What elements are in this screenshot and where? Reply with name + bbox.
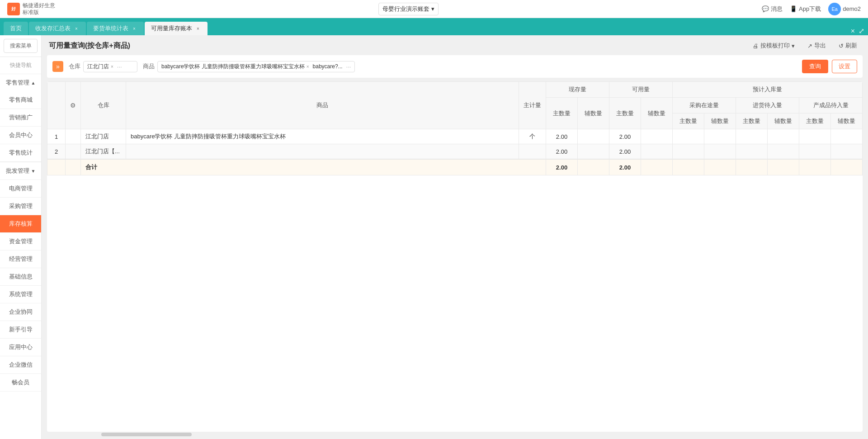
footer-stock-main: 2.00 [546, 159, 578, 175]
search-menu-btn[interactable]: 搜索菜单 [4, 39, 38, 53]
sidebar-group-zero-retail: 零售管理 ▲ 零售商城 营销推广 会员中心 零售统计 [0, 74, 41, 162]
th-planned-in: 预计入库量 [673, 82, 863, 98]
filter-product-label: 商品 [143, 62, 155, 71]
footer-empty-1 [47, 159, 66, 175]
table-container: ⚙ 仓库 商品 主计量 现存量 可用量 预计入库量 主数量 辅数量 主数量 辅数… [47, 81, 863, 432]
table-row: 1 江北门店 babycare学饮杯 儿童防摔防撞吸管杯重力球吸嘴杯宝宝水杯 个… [47, 129, 863, 144]
tab-receivepay-close[interactable]: × [73, 25, 80, 32]
cell-warehouse-1: 江北门店 [81, 129, 126, 144]
print-btn[interactable]: 🖨 按模板打印 ▾ [749, 40, 798, 52]
tab-close-all-btn[interactable]: × [851, 27, 855, 35]
filter-product-more[interactable]: ··· [346, 63, 351, 70]
filter-product-tag1-close[interactable]: × [307, 64, 309, 69]
filter-expand-btn[interactable]: » [52, 61, 63, 72]
tab-expand-btn[interactable]: ⤢ [859, 27, 864, 35]
th-in-main: 主数量 [736, 113, 768, 129]
cell-in-main-2 [736, 144, 768, 160]
query-btn[interactable]: 查询 [802, 60, 828, 73]
industry-select[interactable]: 母婴行业演示账套 ▾ [378, 3, 439, 15]
user-menu-btn[interactable]: Ea demo2 [828, 3, 861, 15]
sidebar-item-zero-mall[interactable]: 零售商城 [0, 91, 41, 109]
sidebar-item-ecommerce[interactable]: 电商管理 [0, 180, 41, 198]
sidebar-item-wxenterprise[interactable]: 企业微信 [0, 356, 41, 374]
refresh-btn[interactable]: ↺ 刷新 [835, 40, 861, 52]
sidebar-item-zero-stat[interactable]: 零售统计 [0, 144, 41, 162]
cell-product-1: babycare学饮杯 儿童防摔防撞吸管杯重力球吸嘴杯宝宝水杯 [126, 129, 519, 144]
app-download-btn[interactable]: 📱 App下载 [790, 5, 821, 13]
avatar: Ea [828, 3, 841, 15]
footer-avail-main: 2.00 [609, 159, 641, 175]
filter-product-tag1: babycare学饮杯 儿童防摔防撞吸管杯重力球吸嘴杯宝宝水杯 × [161, 63, 309, 71]
cell-settings-1 [66, 129, 81, 144]
sidebar-item-wholesale[interactable]: 批发管理 ▼ [0, 162, 41, 179]
cell-prod-main-1 [799, 129, 831, 144]
sidebar-item-newguide[interactable]: 新手引导 [0, 321, 41, 339]
tab-order-close[interactable]: × [131, 25, 137, 32]
th-main-unit: 主计量 [519, 82, 546, 129]
filter-warehouse-input[interactable]: 江北门店 × ··· [83, 61, 137, 72]
footer-in-sub [768, 159, 799, 175]
message-btn[interactable]: 💬 消息 [762, 5, 783, 13]
cell-product-2 [126, 144, 519, 160]
filter-warehouse-tag-close[interactable]: × [111, 64, 113, 69]
cell-pur-sub-1 [704, 129, 736, 144]
th-avail-main: 主数量 [609, 98, 641, 129]
tab-order-label: 要货单统计表 [93, 24, 128, 33]
filter-product-tag2: babycare?... [313, 63, 343, 70]
tab-home-label: 首页 [10, 24, 22, 33]
logo-text: 畅捷通好生意 标准版 [23, 2, 55, 15]
scrollbar-thumb[interactable] [101, 433, 192, 436]
chevron-down-icon-print: ▾ [792, 42, 795, 49]
setting-btn[interactable]: 设置 [832, 60, 857, 73]
th-stock-main: 主数量 [546, 98, 578, 129]
sidebar-item-basic[interactable]: 基础信息 [0, 268, 41, 286]
filter-product-input[interactable]: babycare学饮杯 儿童防摔防撞吸管杯重力球吸嘴杯宝宝水杯 × babyca… [157, 61, 355, 72]
footer-prod-sub [831, 159, 863, 175]
footer-pur-main [673, 159, 704, 175]
tab-bar: 首页 收发存汇总表 × 要货单统计表 × 可用量库存账本 × × ⤢ [0, 18, 868, 35]
export-icon: ↗ [807, 42, 812, 49]
th-in-sub: 辅数量 [768, 113, 799, 129]
sidebar-item-marketing[interactable]: 营销推广 [0, 109, 41, 127]
top-bar-left: 好 畅捷通好生意 标准版 [7, 2, 55, 15]
tab-order[interactable]: 要货单统计表 × [87, 22, 144, 35]
cell-avail-main-1: 2.00 [609, 129, 641, 144]
tab-available-close[interactable]: × [195, 25, 201, 32]
tab-available-label: 可用量库存账本 [151, 24, 192, 33]
page-header: 可用量查询(按仓库+商品) 🖨 按模板打印 ▾ ↗ 导出 ↺ 刷新 [42, 35, 868, 55]
cell-stock-main-2: 2.00 [546, 144, 578, 160]
settings-icon[interactable]: ⚙ [70, 102, 76, 109]
horizontal-scrollbar[interactable] [47, 432, 863, 437]
tab-receivepay[interactable]: 收发存汇总表 × [29, 22, 86, 35]
sidebar-item-member[interactable]: 会员中心 [0, 127, 41, 144]
page-title: 可用量查询(按仓库+商品) [49, 41, 130, 51]
sidebar-item-purchase[interactable]: 采购管理 [0, 198, 41, 215]
cell-in-sub-1 [768, 129, 799, 144]
th-seq [47, 82, 66, 129]
filter-warehouse-field: 仓库 江北门店 × ··· [69, 61, 137, 72]
th-available-qty: 可用量 [609, 82, 673, 98]
main-layout: 搜索菜单 快捷导航 零售管理 ▲ 零售商城 营销推广 会员中心 零售统计 [0, 35, 868, 439]
cell-in-sub-2 [768, 144, 799, 160]
th-warehouse: 仓库 [81, 82, 126, 129]
tab-home[interactable]: 首页 [4, 22, 28, 35]
cell-unit-1: 个 [519, 129, 546, 144]
sidebar-item-inventory[interactable]: 库存核算 [0, 215, 41, 233]
filter-area: » 仓库 江北门店 × ··· 商品 babycare学饮杯 儿童防摔防撞吸管杯… [47, 55, 863, 78]
page-actions: 🖨 按模板打印 ▾ ↗ 导出 ↺ 刷新 [749, 40, 861, 52]
sidebar-item-enterprise[interactable]: 企业协同 [0, 303, 41, 321]
th-settings[interactable]: ⚙ [66, 82, 81, 129]
sidebar-item-system[interactable]: 系统管理 [0, 286, 41, 303]
sidebar-item-finance[interactable]: 资金管理 [0, 233, 41, 250]
th-stock-sub: 辅数量 [578, 98, 609, 129]
cell-settings-2 [66, 144, 81, 160]
sidebar-item-member2[interactable]: 畅会员 [0, 374, 41, 392]
sidebar-item-operation[interactable]: 经营管理 [0, 250, 41, 268]
cell-prod-sub-2 [831, 144, 863, 160]
sidebar-item-appcenter[interactable]: 应用中心 [0, 339, 41, 356]
tab-available[interactable]: 可用量库存账本 × [145, 22, 208, 35]
export-btn[interactable]: ↗ 导出 [804, 40, 830, 52]
sidebar-item-zero-retail[interactable]: 零售管理 ▲ [0, 74, 41, 91]
filter-warehouse-more[interactable]: ··· [117, 63, 122, 70]
data-table: ⚙ 仓库 商品 主计量 现存量 可用量 预计入库量 主数量 辅数量 主数量 辅数… [47, 81, 863, 175]
